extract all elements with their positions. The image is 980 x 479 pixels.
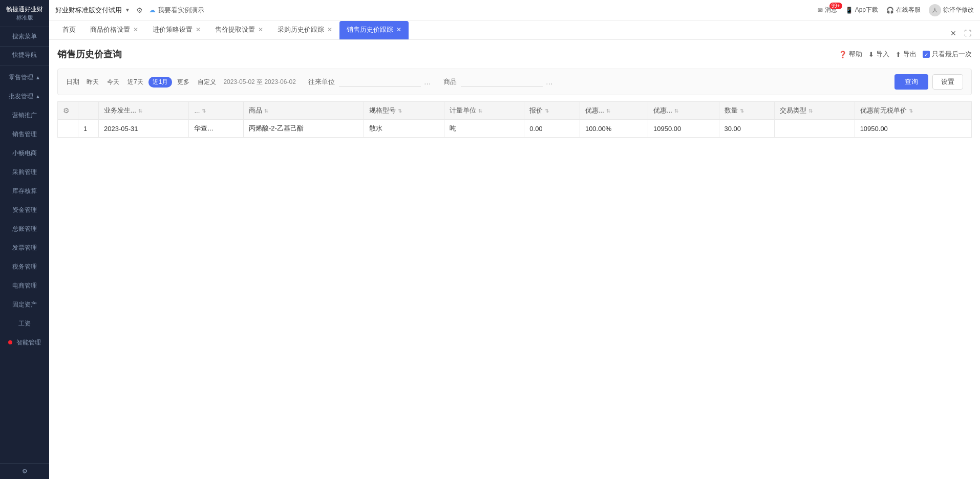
module-selector[interactable]: 好业财标准版交付试用 ▼ bbox=[55, 6, 130, 15]
help-icon: ❓ bbox=[839, 51, 847, 58]
settings-button[interactable]: 设置 bbox=[932, 74, 963, 90]
col-trans-type[interactable]: 交易类型 ⇅ bbox=[775, 102, 855, 120]
sidebar-item-xiaochangec[interactable]: 小畅电商 bbox=[0, 144, 49, 163]
tab-sale-price-close[interactable]: ✕ bbox=[258, 26, 263, 33]
module-name: 好业财标准版交付试用 bbox=[55, 6, 122, 15]
sidebar-search[interactable]: 搜索菜单 bbox=[0, 27, 49, 47]
date-opt-last7[interactable]: 近7天 bbox=[124, 77, 146, 88]
tab-purchase-history[interactable]: 采购历史价跟踪 ✕ bbox=[270, 21, 339, 39]
sidebar-item-purchase[interactable]: 采购管理 bbox=[0, 163, 49, 182]
row-dots1-cell: 华查... bbox=[189, 120, 243, 138]
col-spec-label: 规格型号 bbox=[369, 106, 396, 115]
date-opt-yesterday[interactable]: 昨天 bbox=[83, 77, 102, 88]
sidebar-item-ledger[interactable]: 总账管理 bbox=[0, 220, 49, 238]
query-button[interactable]: 查询 bbox=[894, 74, 928, 90]
col-pretax-price[interactable]: 优惠前无税单价 ⇅ bbox=[855, 102, 971, 120]
sidebar-item-sales[interactable]: 销售管理 bbox=[0, 125, 49, 144]
tab-home[interactable]: 首页 bbox=[55, 21, 83, 39]
tab-product-price-close[interactable]: ✕ bbox=[133, 26, 138, 33]
sidebar-item-ecom[interactable]: 电商管理 bbox=[0, 276, 49, 295]
phone-icon: 📱 bbox=[845, 7, 853, 14]
date-opt-today[interactable]: 今天 bbox=[104, 77, 122, 88]
table-container: ⚙ 业务发生... ⇅ ... bbox=[57, 101, 972, 138]
tab-purchase-strategy-close[interactable]: ✕ bbox=[196, 26, 201, 33]
date-opt-custom[interactable]: 自定义 bbox=[195, 77, 219, 88]
from-unit-more-icon[interactable]: … bbox=[424, 78, 431, 86]
filter-actions: 查询 设置 bbox=[894, 74, 963, 90]
col-pretax-price-label: 优惠前无税单价 bbox=[860, 106, 907, 115]
col-qty-label: 数量 bbox=[725, 106, 738, 115]
user-menu[interactable]: 人 徐泽华修改 bbox=[929, 4, 974, 16]
col-qty[interactable]: 数量 ⇅ bbox=[719, 102, 775, 120]
col-trans-type-sort-icon: ⇅ bbox=[808, 108, 813, 114]
maximize-window-button[interactable]: ⛶ bbox=[962, 27, 974, 39]
data-table: ⚙ 业务发生... ⇅ ... bbox=[57, 101, 972, 138]
export-link[interactable]: ⬆ 导出 bbox=[896, 50, 917, 59]
tabbar: 首页 商品价格设置 ✕ 进价策略设置 ✕ 售价提取设置 ✕ 采购历史价跟踪 ✕ … bbox=[49, 20, 980, 40]
col-dots1-sort-icon: ⇅ bbox=[202, 108, 206, 114]
sidebar-item-inventory[interactable]: 库存核算 bbox=[0, 182, 49, 201]
help-link[interactable]: ❓ 帮助 bbox=[839, 50, 862, 59]
sidebar-item-wholesale[interactable]: 批发管理 ▲ bbox=[0, 87, 49, 106]
date-opt-last1m[interactable]: 近1月 bbox=[148, 77, 173, 88]
row-unit-cell: 吨 bbox=[444, 120, 524, 138]
tab-sales-history-close[interactable]: ✕ bbox=[396, 26, 401, 33]
product-more-icon[interactable]: … bbox=[546, 78, 553, 86]
app-download-label: App下载 bbox=[855, 6, 878, 14]
col-unit-sort-icon: ⇅ bbox=[478, 108, 482, 114]
sidebar-item-label: 零售管理 bbox=[9, 73, 33, 82]
col-product[interactable]: 商品 ⇅ bbox=[243, 102, 364, 120]
from-unit-label: 往来单位 bbox=[308, 77, 335, 86]
date-opt-more[interactable]: 更多 bbox=[174, 77, 193, 88]
from-unit-input[interactable] bbox=[339, 77, 421, 87]
col-product-sort-icon: ⇅ bbox=[264, 108, 268, 114]
close-window-button[interactable]: ✕ bbox=[947, 27, 960, 39]
row-price-cell: 0.00 bbox=[524, 120, 580, 138]
page-title: 销售历史价查询 bbox=[57, 48, 122, 60]
topbar-settings-icon[interactable]: ⚙ bbox=[136, 6, 143, 14]
sidebar-item-invoice[interactable]: 发票管理 bbox=[0, 238, 49, 257]
sidebar-item-finance[interactable]: 资金管理 bbox=[0, 201, 49, 220]
col-no bbox=[78, 102, 99, 120]
col-price[interactable]: 报价 ⇅ bbox=[524, 102, 580, 120]
wholesale-arrow-icon: ▲ bbox=[35, 94, 40, 99]
tab-sales-history[interactable]: 销售历史价跟踪 ✕ bbox=[339, 21, 409, 39]
tab-purchase-history-close[interactable]: ✕ bbox=[327, 26, 332, 33]
product-label: 商品 bbox=[443, 77, 457, 86]
sidebar-item-assets[interactable]: 固定资产 bbox=[0, 295, 49, 314]
sidebar-item-tax[interactable]: 税务管理 bbox=[0, 257, 49, 276]
only-last-checkbox[interactable]: ✓ bbox=[923, 51, 930, 58]
col-date[interactable]: 业务发生... ⇅ bbox=[99, 102, 189, 120]
message-icon: ✉ bbox=[818, 7, 823, 14]
col-discount1[interactable]: 优惠... ⇅ bbox=[580, 102, 648, 120]
sidebar-settings[interactable]: ⚙ bbox=[0, 463, 49, 479]
demo-link[interactable]: ☁ 我要看实例演示 bbox=[149, 6, 204, 15]
tab-purchase-strategy[interactable]: 进价策略设置 ✕ bbox=[145, 21, 208, 39]
only-last-checkbox-label[interactable]: ✓ 只看最后一次 bbox=[923, 50, 972, 59]
col-dots1[interactable]: ... ⇅ bbox=[189, 102, 243, 120]
window-controls: ✕ ⛶ bbox=[947, 27, 974, 39]
sidebar-item-salary[interactable]: 工资 bbox=[0, 314, 49, 333]
table-gear-icon[interactable]: ⚙ bbox=[63, 106, 70, 115]
page-actions: ❓ 帮助 ⬇ 导入 ⬆ 导出 ✓ 只看最后一 bbox=[839, 50, 972, 59]
cloud-icon: ☁ bbox=[149, 6, 156, 14]
row-discount2-cell: 10950.00 bbox=[648, 120, 719, 138]
sidebar-item-retail[interactable]: 零售管理 ▲ bbox=[0, 68, 49, 87]
sidebar-quicknav[interactable]: 快捷导航 bbox=[0, 47, 49, 63]
col-spec[interactable]: 规格型号 ⇅ bbox=[364, 102, 444, 120]
app-download-button[interactable]: 📱 App下载 bbox=[845, 6, 878, 14]
col-unit[interactable]: 计量单位 ⇅ bbox=[444, 102, 524, 120]
tab-purchase-strategy-label: 进价策略设置 bbox=[153, 25, 193, 34]
online-service-button[interactable]: 🎧 在线客服 bbox=[886, 6, 921, 14]
col-unit-label: 计量单位 bbox=[450, 106, 476, 115]
import-link[interactable]: ⬇ 导入 bbox=[868, 50, 889, 59]
topbar-right: ✉ 消息 99+ 📱 App下载 🎧 在线客服 人 徐泽华修改 bbox=[818, 4, 974, 16]
sidebar-item-marketing[interactable]: 营销推广 bbox=[0, 106, 49, 125]
tab-sale-price[interactable]: 售价提取设置 ✕ bbox=[208, 21, 270, 39]
product-input[interactable] bbox=[461, 77, 543, 87]
col-discount2[interactable]: 优惠... ⇅ bbox=[648, 102, 719, 120]
sidebar-item-smart[interactable]: 智能管理 bbox=[0, 333, 49, 352]
messages-button[interactable]: ✉ 消息 99+ bbox=[818, 6, 837, 14]
tab-product-price[interactable]: 商品价格设置 ✕ bbox=[83, 21, 145, 39]
import-icon: ⬇ bbox=[868, 51, 874, 58]
